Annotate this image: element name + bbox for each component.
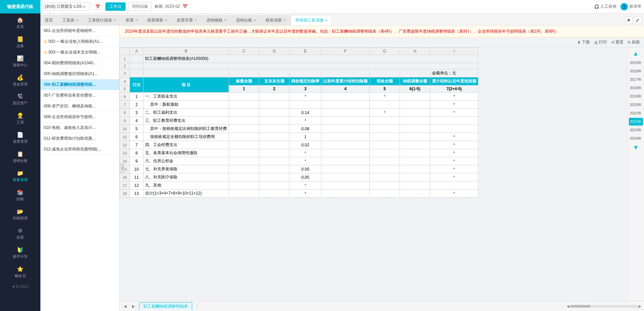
tab-income-tax-close[interactable]: ✕ [325, 19, 328, 22]
col-tax-rate-header: 税收规定扣除率 [290, 77, 321, 85]
tab-tax-book[interactable]: 税表清册 ✕ [261, 15, 290, 25]
old-version-btn[interactable]: 切到旧版 [128, 2, 152, 11]
tab-purch-ledger-close[interactable]: ✕ [253, 19, 256, 22]
table-row: 10 5 其中：按税收规定比例扣除的职工教育经费 0.08 [120, 125, 478, 133]
left-panel-item-003[interactable]: ⊘ 003-一般企业成本支出明细... [40, 47, 119, 58]
year-nav-up-btn[interactable]: ▲ [632, 49, 640, 59]
left-panel-item-010[interactable]: 010-免税、减收收入及加计... [40, 123, 119, 133]
tab-purch-ledger[interactable]: 进销台账 ✕ [232, 15, 261, 25]
tab-invoice-calc[interactable]: 发票测算 ✕ [143, 15, 172, 25]
row-number: 13 [120, 149, 130, 157]
tab-payslip-stats[interactable]: 工资统计报表 ✕ [83, 15, 121, 25]
sidebar-item-archive[interactable]: 📂 归档管理 [0, 205, 40, 224]
sidebar-item-label: 固定资产 [13, 101, 28, 106]
year-btn-2021[interactable]: 2021年 [629, 109, 643, 117]
left-panel-item-009[interactable]: 009-企业所得税弥补亏损明... [40, 112, 119, 123]
calendar-btn[interactable]: 📅 [93, 3, 103, 10]
tab-payslip-stats-close[interactable]: ✕ [113, 19, 116, 22]
col-prev-deduct-header: 以前年度累计结转扣除额 [321, 77, 370, 85]
col-header-b: B [143, 48, 229, 55]
panel-collapse-toggle[interactable]: 《 [120, 163, 124, 173]
refresh-btn[interactable]: ↻ 刷新 [628, 39, 640, 45]
sidebar-item-home[interactable]: 🏠 首页 [0, 13, 40, 33]
scroll-right-icon[interactable]: ▶ [638, 304, 641, 309]
tab-close-all-btn[interactable]: ✕ [625, 16, 633, 24]
sheet-options-icon[interactable]: ⋮ [195, 304, 199, 309]
left-panel-item-011[interactable]: 011-研发费用加计扣除优惠... [40, 133, 119, 144]
sidebar-item-assets[interactable]: 🏗 固定资产 [0, 90, 40, 109]
tab-purch-check[interactable]: 进销稽核 ✕ [202, 15, 231, 25]
table-row: 17 12 九、其他 * [120, 181, 478, 189]
sidebar-item-payroll[interactable]: 👷 工资 [0, 109, 40, 128]
scroll-left-icon[interactable]: ◀ [567, 304, 570, 309]
sheet-nav-left[interactable]: ◀ [122, 304, 128, 309]
sidebar-item-tax[interactable]: 📁 税务管理 [0, 167, 40, 186]
year-btn-2019[interactable]: 2019年 [629, 93, 643, 100]
tab-purch-check-close[interactable]: ✕ [224, 19, 227, 22]
left-panel-item-007[interactable]: 007-广告费和业务宣传费弥... [40, 90, 119, 101]
print-btn[interactable]: 🖨 打印 [594, 39, 607, 45]
sidebar-item-reports[interactable]: 📊 报表中心 [0, 52, 40, 71]
left-panel-item-006[interactable]: 006-职工薪酬纳税调整明细... [40, 79, 119, 90]
horizontal-scrollbar[interactable] [570, 305, 638, 308]
left-panel-item-008[interactable]: 008-资产折旧、摊销及纳税... [40, 101, 119, 112]
sidebar-item-member[interactable]: ⭐ 畅会员 [0, 263, 40, 282]
item-label-008: 008-资产折旧、摊销及纳税... [44, 103, 96, 109]
sidebar-item-settings[interactable]: ⚙ 设置 [0, 224, 40, 243]
year-btn-2017[interactable]: 2017年 [629, 76, 643, 83]
table-row: 2 [120, 63, 478, 69]
sheet-area: A B C D E F G H I [120, 47, 627, 301]
year-btn-2016[interactable]: 2016年 [629, 67, 643, 75]
left-panel-item-005[interactable]: 005-纳税调整项目明细表(A1... [40, 69, 119, 79]
year-btn-2020[interactable]: 2020年 [629, 101, 643, 109]
sheet-nav-right[interactable]: ▶ [131, 304, 136, 309]
user-service-btn[interactable]: 🎧 人工咨询 [594, 4, 616, 9]
sidebar-item-guide[interactable]: 🔰 新手引导 [0, 243, 40, 263]
tab-invoice-open-close[interactable]: ✕ [194, 19, 197, 22]
col-num-1: 1 [229, 85, 259, 93]
year-btn-2024[interactable]: 2024年 [629, 135, 643, 142]
content-toolbar: ⬇ 下载 🖨 打印 ↺ 重置 ↻ 刷新 [120, 37, 644, 47]
sidebar-item-label: 首页 [16, 24, 24, 29]
company-selector[interactable]: (勿动) 江西股宝-LSS ▾ [43, 3, 90, 10]
sidebar-item-purchsales[interactable]: 📋 进销台账 [0, 147, 40, 167]
tab-invoice-close[interactable]: ✕ [135, 19, 138, 22]
tab-payslip-close[interactable]: ✕ [76, 19, 78, 22]
left-panel-item-001[interactable]: 001-企业所得税年度纳税申... [40, 26, 119, 36]
year-btn-2022[interactable]: 2022年 [629, 118, 643, 126]
user-avatar[interactable]: 👤 徐泽华 [620, 3, 641, 10]
tab-payslip[interactable]: 工资表 ✕ [58, 15, 83, 25]
sheet-tab-main[interactable]: 职工薪酬纳税调整明细表 [139, 302, 192, 310]
tab-invoice-open[interactable]: 发票开票 ✕ [172, 15, 201, 25]
left-panel-item-004[interactable]: 004-期间费用明细表(A1040... [40, 58, 119, 69]
col-header-rownum [120, 48, 130, 55]
year-nav-down-btn[interactable]: ▼ [632, 143, 640, 152]
sheet-title-cell: 职工薪酬纳税调整明细表(A105050) [143, 55, 478, 63]
table-row: 15 10 七、补充养老保险 0.05 * [120, 165, 478, 173]
year-btn-2023[interactable]: 2023年 [629, 126, 643, 134]
sidebar-item-funds[interactable]: 💰 资金管理 [0, 71, 40, 90]
row-number: 18 [120, 189, 130, 198]
tab-invoice[interactable]: 发票 ✕ [121, 15, 142, 25]
reset-btn[interactable]: ↺ 重置 [611, 39, 623, 45]
download-btn[interactable]: ⬇ 下载 [577, 39, 590, 45]
left-panel-item-012[interactable]: 012-减免企业所得税优惠明细(... [40, 144, 119, 155]
col-header-f: F [321, 48, 370, 55]
tab-maximize-btn[interactable]: ⤢ [634, 16, 641, 24]
left-panel-item-002[interactable]: ⊘ 002-一般企业收入明细表(A1... [40, 36, 119, 47]
sidebar-item-ledger[interactable]: 📒 总账 [0, 33, 40, 52]
row-number: 9 [120, 117, 130, 125]
period-calendar-icon[interactable]: 📅 [182, 4, 188, 9]
row-number: 8 [120, 109, 130, 117]
sidebar-item-close[interactable]: 📚 结账 [0, 186, 40, 205]
tab-income-tax[interactable]: 所得税汇算清缴 ✕ [291, 15, 332, 25]
year-btn-2018[interactable]: 2018年 [629, 84, 643, 92]
workbench-btn[interactable]: 工作台 [105, 2, 126, 11]
year-btn-2015[interactable]: 2015年 [629, 59, 643, 67]
cancel-fixed-btn[interactable]: ◀ 取消固定 [0, 282, 40, 292]
tab-tax-book-close[interactable]: ✕ [283, 19, 286, 22]
sidebar-item-invoices[interactable]: 📄 发票管理 [0, 128, 40, 147]
tab-invoice-calc-close[interactable]: ✕ [165, 19, 167, 22]
left-panel: 001-企业所得税年度纳税申... ⊘ 002-一般企业收入明细表(A1... … [40, 26, 120, 311]
tab-home[interactable]: 首页 [40, 15, 57, 25]
